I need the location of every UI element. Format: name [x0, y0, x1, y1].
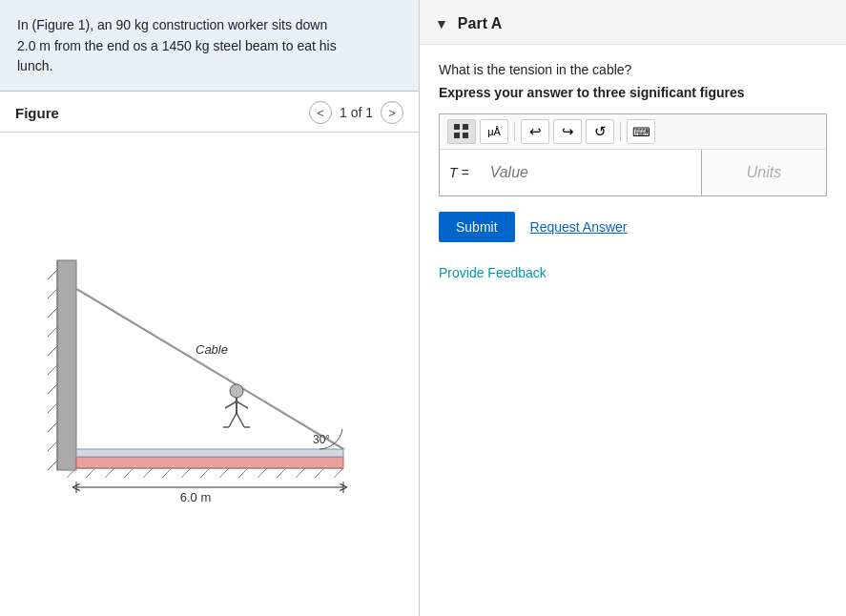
problem-text-line2: 2.0 m from the end os a 1450 kg steel be… [17, 38, 337, 53]
svg-line-38 [237, 413, 244, 427]
svg-line-35 [225, 401, 237, 408]
svg-line-32 [78, 289, 345, 449]
svg-point-33 [230, 384, 243, 398]
svg-line-16 [86, 468, 95, 478]
svg-line-27 [296, 468, 305, 478]
svg-line-21 [181, 468, 191, 478]
svg-line-9 [48, 403, 57, 413]
svg-line-10 [48, 422, 57, 432]
svg-line-4 [48, 308, 57, 318]
svg-line-11 [48, 441, 57, 451]
figure-title: Figure [15, 105, 59, 121]
redo-icon: ↪ [562, 123, 574, 140]
svg-line-22 [200, 468, 210, 478]
problem-text-line3: lunch. [17, 58, 52, 73]
part-title: Part A [458, 15, 503, 32]
problem-text-line1: In (Figure 1), an 90 kg construction wor… [17, 17, 327, 32]
svg-line-17 [105, 468, 114, 478]
svg-line-25 [258, 468, 267, 478]
keyboard-icon: ⌨ [632, 125, 650, 139]
undo-button[interactable]: ↩ [521, 119, 549, 144]
svg-line-20 [162, 468, 172, 478]
matrix-icon [454, 124, 469, 139]
svg-line-18 [124, 468, 134, 478]
units-label: Units [747, 164, 781, 181]
left-panel: In (Figure 1), an 90 kg construction wor… [0, 0, 420, 616]
figure-area: Figure < 1 of 1 > [0, 92, 419, 616]
figure-header: Figure < 1 of 1 > [0, 93, 419, 133]
svg-line-37 [229, 413, 237, 427]
part-arrow-icon[interactable]: ▼ [435, 16, 448, 31]
mu-icon: μÅ [487, 126, 501, 137]
request-answer-button[interactable]: Request Answer [530, 219, 628, 235]
undo-icon: ↩ [529, 123, 542, 140]
feedback-link[interactable]: Provide Feedback [420, 265, 846, 280]
svg-rect-0 [57, 260, 76, 470]
keyboard-button[interactable]: ⌨ [627, 119, 655, 144]
refresh-button[interactable]: ↺ [586, 119, 614, 144]
angle-label: 30° [313, 433, 330, 446]
svg-line-29 [334, 468, 343, 478]
nav-prev-button[interactable]: < [309, 101, 332, 124]
svg-line-28 [315, 468, 324, 478]
question-text: What is the tension in the cable? [439, 62, 827, 77]
action-row: Submit Request Answer [420, 212, 846, 242]
nav-count: 1 of 1 [340, 105, 373, 120]
svg-line-3 [48, 289, 57, 298]
submit-button[interactable]: Submit [439, 212, 515, 242]
svg-line-31 [76, 289, 343, 449]
question-section: What is the tension in the cable? Expres… [420, 45, 846, 212]
svg-line-7 [48, 365, 57, 375]
svg-rect-13 [76, 457, 343, 468]
svg-line-5 [48, 327, 57, 337]
value-input[interactable] [479, 150, 702, 195]
express-text: Express your answer to three significant… [439, 85, 827, 100]
nav-next-button[interactable]: > [381, 101, 403, 124]
svg-line-19 [143, 468, 153, 478]
toolbar-separator-1 [514, 122, 515, 141]
diagram-svg: Cable 30° [48, 232, 372, 508]
refresh-icon: ↺ [594, 123, 607, 140]
length-label: 6.0 m [179, 490, 211, 504]
figure-nav: < 1 of 1 > [309, 101, 403, 124]
toolbar-separator-2 [620, 122, 621, 141]
redo-button[interactable]: ↪ [553, 119, 582, 144]
mu-button[interactable]: μÅ [480, 119, 508, 144]
cable-label: Cable [196, 342, 228, 357]
svg-line-23 [219, 468, 229, 478]
svg-line-26 [277, 468, 286, 478]
right-panel: ▼ Part A What is the tension in the cabl… [420, 0, 846, 616]
svg-line-8 [48, 384, 57, 394]
figure-diagram: Cable 30° [0, 133, 419, 616]
input-row: T = Units [440, 150, 826, 195]
svg-line-24 [238, 468, 248, 478]
units-box[interactable]: Units [702, 150, 826, 195]
answer-box: μÅ ↩ ↪ ↺ ⌨ [439, 113, 827, 196]
svg-line-2 [48, 270, 57, 279]
svg-line-6 [48, 346, 57, 356]
svg-rect-30 [76, 449, 343, 457]
svg-line-12 [48, 461, 57, 470]
toolbar-row: μÅ ↩ ↪ ↺ ⌨ [440, 114, 826, 150]
part-header: ▼ Part A [420, 0, 846, 45]
problem-statement: In (Figure 1), an 90 kg construction wor… [0, 0, 419, 92]
matrix-button[interactable] [447, 119, 476, 144]
svg-line-36 [237, 401, 248, 408]
t-label: T = [440, 150, 479, 195]
